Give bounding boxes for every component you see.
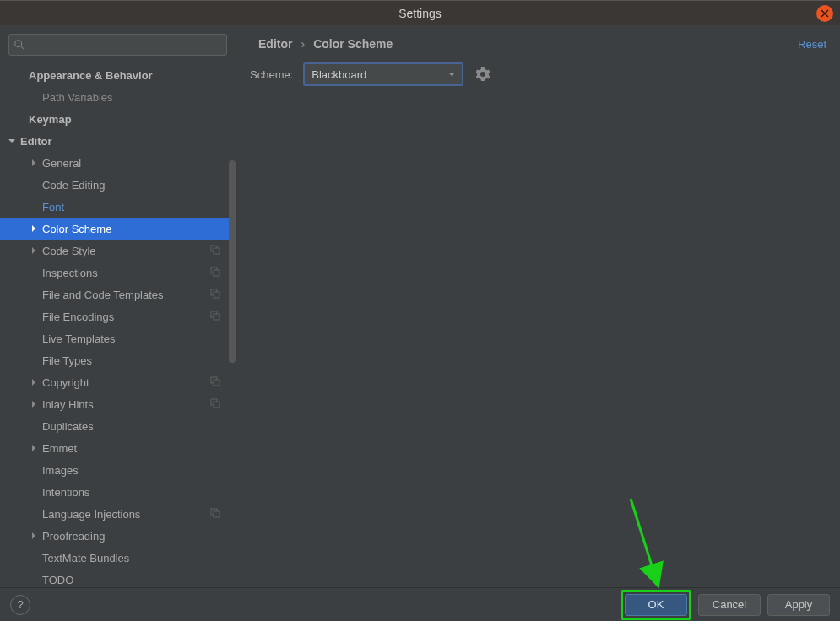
tree-label: Emmet: [42, 442, 236, 455]
tree-editor[interactable]: Editor: [0, 130, 236, 152]
svg-rect-13: [214, 402, 219, 408]
tree-file-encodings[interactable]: File Encodings: [0, 305, 236, 327]
tree-label: Code Editing: [42, 179, 236, 192]
cancel-button[interactable]: Cancel: [698, 594, 761, 616]
tree-live-templates[interactable]: Live Templates: [0, 327, 236, 349]
svg-rect-5: [214, 270, 219, 276]
svg-point-0: [15, 40, 22, 47]
close-icon: [821, 9, 829, 18]
tree-file-code-templates[interactable]: File and Code Templates: [0, 284, 236, 305]
scope-icon: [210, 310, 220, 323]
window-title: Settings: [398, 7, 442, 20]
tree-general[interactable]: General: [0, 152, 236, 174]
svg-rect-7: [214, 292, 219, 298]
scheme-settings-button[interactable]: [474, 65, 492, 84]
tree-label: Appearance & Behavior: [29, 69, 236, 82]
tree-path-variables[interactable]: Path Variables: [0, 86, 236, 108]
main-area: Appearance & Behavior Path Variables Key…: [0, 25, 840, 587]
breadcrumb: Editor › Color Scheme: [250, 37, 393, 51]
tree-label: Proofreading: [42, 530, 236, 543]
tree-code-style[interactable]: Code Style: [0, 240, 236, 262]
apply-label: Apply: [785, 598, 813, 611]
scheme-row: Scheme: Blackboard: [250, 62, 826, 86]
search-icon: [14, 39, 25, 51]
window-close-button[interactable]: [816, 5, 833, 22]
tree-label: Live Templates: [42, 332, 236, 345]
chevron-right-icon: [29, 159, 39, 166]
search-input[interactable]: [8, 34, 227, 56]
svg-line-1: [21, 46, 24, 50]
tree-keymap[interactable]: Keymap: [0, 108, 236, 130]
svg-rect-15: [214, 511, 219, 517]
tree-proofreading[interactable]: Proofreading: [0, 525, 236, 547]
tree-label: Inlay Hints: [42, 398, 236, 411]
tree-label: Font: [42, 201, 236, 213]
tree-images[interactable]: Images: [0, 459, 236, 481]
tree-label: Inspections: [42, 267, 236, 279]
svg-rect-3: [214, 248, 219, 254]
tree-language-injections[interactable]: Language Injections: [0, 503, 236, 525]
tree-label: TODO: [42, 574, 236, 586]
scheme-selected-value: Blackboard: [312, 68, 366, 81]
search-box: [8, 34, 227, 56]
help-button[interactable]: ?: [10, 595, 30, 615]
tree-appearance-behavior[interactable]: Appearance & Behavior: [0, 64, 236, 86]
content-panel: Editor › Color Scheme Reset Scheme: Blac…: [236, 25, 840, 587]
tree-inspections[interactable]: Inspections: [0, 262, 236, 284]
chevron-right-icon: [29, 445, 39, 451]
chevron-right-icon: [29, 379, 39, 386]
tree-emmet[interactable]: Emmet: [0, 437, 236, 459]
tree-font[interactable]: Font: [0, 196, 236, 218]
dialog-footer: ? OK Cancel Apply: [0, 587, 840, 621]
breadcrumb-current: Color Scheme: [313, 37, 393, 51]
scheme-dropdown[interactable]: Blackboard: [303, 62, 463, 86]
help-icon: ?: [17, 598, 23, 611]
svg-rect-11: [214, 380, 219, 386]
tree-label: Color Scheme: [42, 223, 236, 235]
tree-scrollbar[interactable]: [229, 160, 236, 363]
tree-label: Copyright: [42, 376, 236, 389]
tree-intentions[interactable]: Intentions: [0, 481, 236, 503]
apply-button[interactable]: Apply: [767, 594, 830, 616]
tree-label: File Encodings: [42, 310, 236, 323]
tree-todo[interactable]: TODO: [0, 569, 236, 587]
scope-icon: [210, 376, 220, 389]
tree-textmate-bundles[interactable]: TextMate Bundles: [0, 547, 236, 569]
scheme-label: Scheme:: [250, 68, 293, 81]
tree-label: General: [42, 157, 236, 170]
tree-code-editing[interactable]: Code Editing: [0, 174, 236, 196]
tree-copyright[interactable]: Copyright: [0, 371, 236, 393]
search-wrap: [0, 25, 236, 64]
ok-label: OK: [648, 598, 664, 611]
chevron-right-icon: [29, 401, 39, 408]
scope-icon: [210, 267, 220, 279]
breadcrumb-separator: ›: [301, 37, 305, 51]
chevron-down-icon: [448, 71, 455, 78]
tree-label: Editor: [20, 135, 236, 148]
ok-button[interactable]: OK: [625, 594, 687, 616]
tree-label: Images: [42, 464, 236, 477]
chevron-right-icon: [29, 247, 39, 254]
reset-link[interactable]: Reset: [798, 38, 826, 51]
tree-label: Duplicates: [42, 420, 236, 433]
scope-icon: [210, 508, 220, 521]
titlebar: Settings: [0, 0, 840, 25]
tree-label: Language Injections: [42, 508, 236, 521]
chevron-down-icon: [7, 138, 17, 144]
tree-label: File Types: [42, 354, 236, 367]
tree-label: Path Variables: [42, 91, 236, 104]
breadcrumb-parent[interactable]: Editor: [258, 37, 292, 51]
chevron-right-icon: [29, 225, 39, 232]
tree-duplicates[interactable]: Duplicates: [0, 415, 236, 437]
tree-file-types[interactable]: File Types: [0, 349, 236, 371]
settings-tree[interactable]: Appearance & Behavior Path Variables Key…: [0, 64, 236, 587]
tree-color-scheme[interactable]: Color Scheme: [0, 218, 236, 240]
gear-icon: [476, 68, 490, 81]
breadcrumb-row: Editor › Color Scheme Reset: [250, 37, 826, 51]
tree-label: Code Style: [42, 245, 236, 257]
tree-label: Keymap: [29, 113, 236, 126]
sidebar: Appearance & Behavior Path Variables Key…: [0, 25, 236, 587]
chevron-right-icon: [29, 532, 39, 539]
tree-inlay-hints[interactable]: Inlay Hints: [0, 393, 236, 415]
scope-icon: [210, 245, 220, 257]
